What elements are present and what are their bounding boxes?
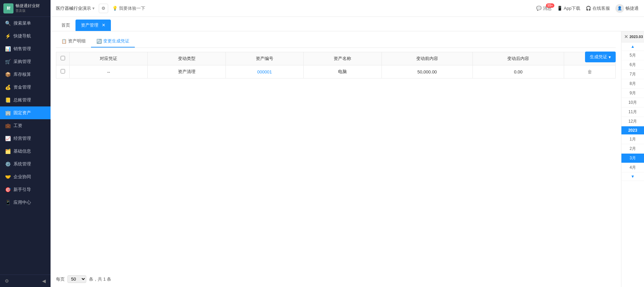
month-12[interactable]: 12月 <box>621 117 644 126</box>
message-badge: 99+ <box>546 3 554 8</box>
col-asset-name: 资产名称 <box>304 52 381 65</box>
sidebar-menu: 🔍 搜索菜单 ⚡ 快捷导航 📊 销售管理 🛒 采购管理 📦 库存核算 💰 资金管… <box>0 17 51 275</box>
sidebar-item-label: 企业协同 <box>13 174 31 180</box>
month-4[interactable]: 4月 <box>621 163 644 172</box>
tab-home[interactable]: 首页 <box>56 20 75 31</box>
avatar: 👤 <box>615 4 624 13</box>
guide-icon: 🎯 <box>5 187 11 192</box>
message-button[interactable]: 💬 消息 99+ <box>536 5 552 11</box>
collapse-sidebar-icon[interactable]: ◀ <box>42 278 46 284</box>
system-icon: ⚙️ <box>5 161 11 167</box>
sidebar-item-fund[interactable]: 💰 资金管理 <box>0 81 51 94</box>
month-11[interactable]: 11月 <box>621 107 644 117</box>
scroll-down-button[interactable]: ▼ <box>621 172 644 181</box>
sidebar-item-inventory[interactable]: 📦 库存核算 <box>0 68 51 81</box>
company-dropdown-icon: ▾ <box>92 6 95 11</box>
row-before-change: 50,000.00 <box>381 65 473 78</box>
cooperation-icon: 🤝 <box>5 174 11 180</box>
sidebar-item-cooperation[interactable]: 🤝 企业协同 <box>0 170 51 183</box>
month-3-active[interactable]: 3月 <box>621 154 644 163</box>
sidebar-item-label: 新手引导 <box>13 187 31 193</box>
subtabs: 📋 资产明细 🔄 变更生成凭证 <box>56 35 616 48</box>
message-icon: 💬 <box>536 6 542 11</box>
delete-icon[interactable]: 🗑 <box>587 69 592 74</box>
experience-button[interactable]: 💡 我要体验一下 <box>112 5 145 11</box>
fixedasset-icon: 🏢 <box>5 110 11 116</box>
scroll-up-button[interactable]: ▲ <box>621 42 644 51</box>
month-5-label: 5月 <box>630 53 636 58</box>
purchase-icon: 🛒 <box>5 59 11 64</box>
generate-dropdown-icon: ▾ <box>609 55 611 60</box>
row-after-change: 0.00 <box>473 65 564 78</box>
settings-icon[interactable]: ⚙ <box>5 278 9 284</box>
side-panel-close-icon[interactable]: ✕ <box>623 34 630 39</box>
month-9[interactable]: 9月 <box>621 89 644 98</box>
month-8[interactable]: 8月 <box>621 79 644 89</box>
row-change-type: 资产清理 <box>148 65 225 78</box>
month-2[interactable]: 2月 <box>621 144 644 154</box>
calendar-list: ▲ 5月 6月 7月 8月 9月 10月 11月 12月 2023 1月 2月 … <box>621 42 644 181</box>
sidebar-item-system[interactable]: ⚙️ 系统管理 <box>0 158 51 170</box>
sidebar-item-basicinfo[interactable]: 🗂️ 基础信息 <box>0 145 51 158</box>
sidebar-item-operation[interactable]: 📈 经营管理 <box>0 132 51 145</box>
col-change-type: 变动类型 <box>148 52 225 65</box>
sidebar-item-fixedasset[interactable]: 🏢 固定资产 <box>0 106 51 119</box>
side-panel-title: 2023.03 <box>630 35 643 39</box>
month-10-label: 10月 <box>628 100 637 105</box>
select-all-checkbox[interactable] <box>61 56 65 60</box>
gear-icon: ⚙ <box>101 6 105 11</box>
month-10[interactable]: 10月 <box>621 98 644 107</box>
search-icon: 🔍 <box>5 21 11 26</box>
tab-asset[interactable]: 资产管理 ✕ <box>75 20 111 31</box>
app-download-button[interactable]: 📱 App下载 <box>557 5 580 11</box>
app-download-icon: 📱 <box>557 6 562 11</box>
sidebar-item-label: 库存核算 <box>13 71 31 77</box>
company-selector[interactable]: 医疗器械行业演示 ▾ <box>56 5 95 11</box>
month-6[interactable]: 6月 <box>621 60 644 70</box>
company-name: 医疗器械行业演示 <box>56 5 91 11</box>
col-after-change: 变动后内容 <box>473 52 564 65</box>
service-icon: 🎧 <box>586 6 591 11</box>
company-settings-button[interactable]: ⚙ <box>99 4 108 13</box>
generate-voucher-button[interactable]: 生成凭证 ▾ <box>585 52 616 62</box>
month-12-label: 12月 <box>628 119 637 124</box>
sidebar-item-label: 采购管理 <box>13 59 31 65</box>
table-container: 对应凭证 变动类型 资产编号 资产名称 变动前内容 变动后内容 操作 <box>56 52 616 272</box>
row-action: 🗑 <box>564 65 615 78</box>
sidebar-item-search[interactable]: 🔍 搜索菜单 <box>0 17 51 30</box>
month-11-label: 11月 <box>628 109 637 115</box>
year-2023[interactable]: 2023 <box>621 126 644 135</box>
content-area: 📋 资产明细 🔄 变更生成凭证 生成凭证 ▾ <box>51 31 621 287</box>
sidebar-item-guide[interactable]: 🎯 新手引导 <box>0 183 51 196</box>
col-asset-code: 资产编号 <box>225 52 303 65</box>
subtab-voucher[interactable]: 🔄 变更生成凭证 <box>91 35 135 47</box>
row-checkbox[interactable] <box>61 69 65 73</box>
pagination: 每页 10 20 50 100 条，共 1 条 <box>56 272 616 283</box>
page-size-select[interactable]: 10 20 50 100 <box>67 275 86 283</box>
sidebar-item-ledger[interactable]: 📒 总账管理 <box>0 94 51 106</box>
voucher-icon: 🔄 <box>96 39 102 44</box>
row-asset-code: 000001 <box>225 65 303 78</box>
tab-asset-label: 资产管理 <box>81 23 98 28</box>
sidebar-item-sales[interactable]: 📊 销售管理 <box>0 42 51 55</box>
app-download-label: App下载 <box>564 5 580 11</box>
tab-asset-close[interactable]: ✕ <box>102 23 105 28</box>
sidebar-item-label: 资金管理 <box>13 84 31 90</box>
sidebar-item-salary[interactable]: 💼 工资 <box>0 119 51 132</box>
table-row: -- 资产清理 000001 电脑 50,000.00 0.00 🗑 <box>56 65 616 78</box>
month-7[interactable]: 7月 <box>621 70 644 79</box>
subtab-assetlist[interactable]: 📋 资产明细 <box>56 35 91 47</box>
user-profile[interactable]: 👤 畅捷通 <box>615 4 639 13</box>
sidebar-item-purchase[interactable]: 🛒 采购管理 <box>0 55 51 68</box>
online-service-button[interactable]: 🎧 在线客服 <box>586 5 610 11</box>
month-5[interactable]: 5月 <box>621 51 644 60</box>
month-1[interactable]: 1月 <box>621 135 644 144</box>
month-4-label: 4月 <box>630 165 636 170</box>
sidebar-item-label: 工资 <box>13 123 22 129</box>
experience-label: 我要体验一下 <box>119 5 145 11</box>
month-8-label: 8月 <box>630 81 636 87</box>
app-name: 畅捷通好业财 <box>16 3 40 9</box>
sidebar-item-quicknav[interactable]: ⚡ 快捷导航 <box>0 30 51 42</box>
sidebar-item-label: 基础信息 <box>13 148 31 154</box>
sidebar-item-appcenter[interactable]: 📱 应用中心 <box>0 196 51 209</box>
